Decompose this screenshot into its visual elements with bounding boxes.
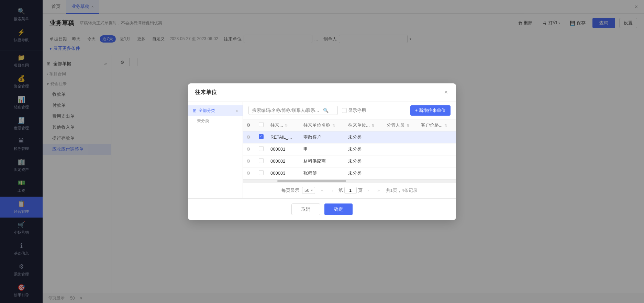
- gear-icon: ⚙: [246, 123, 251, 128]
- cancel-button[interactable]: 取消: [291, 203, 320, 215]
- table-row[interactable]: ⚙ 000003 张师傅 未分类: [243, 167, 456, 179]
- row-name: 张师傅: [300, 167, 345, 179]
- dialog-overlay: 往来单位 × ⊞ 全部分类 « 未分类: [0, 0, 644, 303]
- grid-icon: ⊞: [193, 108, 197, 113]
- dialog-right: 🔍 显示停用 + 新增往来单位 ⚙: [243, 102, 456, 198]
- table-header-name: 往来单位名称 ⇅: [300, 119, 345, 131]
- row-settings: ⚙: [243, 155, 255, 167]
- dialog-scrollbar[interactable]: [243, 179, 456, 182]
- pagination-nav: « ‹ 第 页 › »: [318, 186, 383, 195]
- row-manager: [383, 155, 418, 167]
- sort-icon: ⇅: [285, 124, 288, 127]
- row-category: 未分类: [345, 167, 383, 179]
- row-code: 000003: [267, 167, 300, 179]
- dialog-scrollbar-thumb[interactable]: [277, 180, 346, 182]
- row-name: 材料供应商: [300, 155, 345, 167]
- table-header-checkbox[interactable]: [255, 119, 267, 131]
- row-checkbox-cell[interactable]: [255, 155, 267, 167]
- per-page-select[interactable]: 50 ▾: [302, 187, 315, 194]
- dialog-header: 往来单位 ×: [188, 83, 456, 102]
- page-input[interactable]: [344, 187, 357, 194]
- row-category: 未分类: [345, 143, 383, 155]
- row-checkbox[interactable]: [259, 134, 264, 139]
- dialog-table: ⚙ 往来... ⇅ 往来单位名称: [243, 119, 456, 179]
- table-row[interactable]: ⚙ RETAIL_... 零散客户 未分类: [243, 131, 456, 143]
- row-price-level: [418, 143, 456, 155]
- partner-dialog: 往来单位 × ⊞ 全部分类 « 未分类: [188, 83, 456, 220]
- dialog-footer: 取消 确定: [188, 198, 456, 220]
- dialog-search-input[interactable]: [252, 108, 321, 113]
- row-checkbox-cell[interactable]: [255, 167, 267, 179]
- show-disabled-toggle[interactable]: 显示停用: [342, 107, 366, 114]
- dialog-subcategory-unclassified[interactable]: 未分类: [188, 116, 243, 126]
- dialog-body: ⊞ 全部分类 « 未分类 🔍 显示停用: [188, 102, 456, 198]
- confirm-button[interactable]: 确定: [324, 203, 353, 215]
- collapse-left-icon[interactable]: «: [236, 108, 238, 113]
- table-header-code: 往来... ⇅: [267, 119, 300, 131]
- table-row[interactable]: ⚙ 000001 甲 未分类: [243, 143, 456, 155]
- row-price-level: [418, 167, 456, 179]
- table-header-manager: 分管人员 ⇅: [383, 119, 418, 131]
- row-code: 000002: [267, 155, 300, 167]
- gear-icon: ⚙: [246, 159, 251, 164]
- select-all-cb[interactable]: [259, 122, 264, 127]
- dialog-search-wrapper: 🔍: [248, 106, 338, 115]
- row-name: 零散客户: [300, 131, 345, 143]
- last-page-btn[interactable]: »: [374, 186, 383, 195]
- chevron-down-icon: ▾: [311, 188, 313, 192]
- row-checkbox[interactable]: [259, 146, 264, 151]
- row-checkbox-cell[interactable]: [255, 143, 267, 155]
- row-code: RETAIL_...: [267, 131, 300, 143]
- dialog-title: 往来单位: [195, 89, 217, 96]
- sort-icon: ⇅: [371, 124, 374, 127]
- sort-icon: ⇅: [444, 124, 447, 127]
- sort-icon: ⇅: [407, 124, 409, 127]
- dialog-pagination: 每页显示 50 ▾ « ‹ 第 页 › » 共1页，4条记录: [243, 182, 456, 198]
- row-settings: ⚙: [243, 167, 255, 179]
- page-label: 第: [338, 187, 343, 194]
- row-manager: [383, 131, 418, 143]
- partners-table: ⚙ 往来... ⇅ 往来单位名称: [243, 119, 456, 179]
- row-checkbox[interactable]: [259, 170, 264, 175]
- prev-page-btn[interactable]: ‹: [328, 186, 337, 195]
- table-row[interactable]: ⚙ 000002 材料供应商 未分类: [243, 155, 456, 167]
- row-category: 未分类: [345, 155, 383, 167]
- row-name: 甲: [300, 143, 345, 155]
- row-settings: ⚙: [243, 143, 255, 155]
- row-manager: [383, 143, 418, 155]
- table-header-price: 客户价格... ⇅: [418, 119, 456, 131]
- add-partner-btn[interactable]: + 新增往来单位: [410, 105, 451, 116]
- row-manager: [383, 167, 418, 179]
- per-page-label: 每页显示: [281, 187, 299, 194]
- gear-icon: ⚙: [246, 147, 251, 152]
- dialog-search-bar: 🔍 显示停用 + 新增往来单位: [243, 102, 456, 119]
- row-price-level: [418, 131, 456, 143]
- row-code: 000001: [267, 143, 300, 155]
- table-header-settings: ⚙: [243, 119, 255, 131]
- show-disabled-checkbox[interactable]: [342, 108, 347, 113]
- search-icon: 🔍: [323, 108, 329, 113]
- dialog-category-all[interactable]: ⊞ 全部分类 «: [188, 105, 243, 116]
- row-price-level: [418, 155, 456, 167]
- gear-icon: ⚙: [246, 171, 251, 176]
- row-settings: ⚙: [243, 131, 255, 143]
- dialog-close-btn[interactable]: ×: [443, 89, 449, 96]
- first-page-btn[interactable]: «: [318, 186, 327, 195]
- next-page-btn[interactable]: ›: [364, 186, 373, 195]
- gear-icon: ⚙: [246, 135, 251, 140]
- page-suffix: 页: [358, 187, 363, 194]
- row-category: 未分类: [345, 131, 383, 143]
- table-header-category: 往来单位... ⇅: [345, 119, 383, 131]
- dialog-categories: ⊞ 全部分类 « 未分类: [188, 102, 243, 198]
- row-checkbox-cell[interactable]: [255, 131, 267, 143]
- total-label: 共1页，4条记录: [386, 187, 418, 194]
- row-checkbox[interactable]: [259, 158, 264, 163]
- sort-icon: ⇅: [332, 124, 335, 127]
